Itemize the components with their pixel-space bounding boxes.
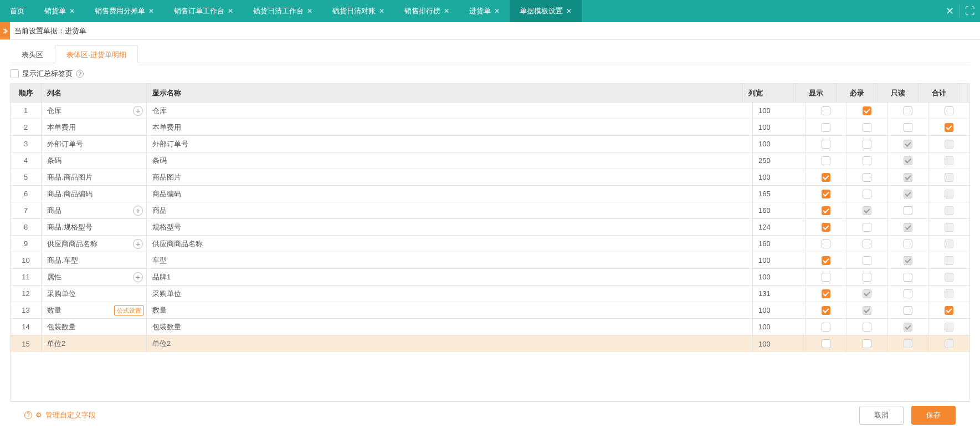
cell-display-name[interactable]: 车型 [147, 252, 753, 268]
close-all-tabs-button[interactable]: ✕ [940, 0, 960, 22]
cell-display-name[interactable]: 外部订单号 [147, 136, 753, 152]
table-row[interactable]: 9供应商商品名称+供应商商品名称160 [11, 236, 969, 252]
add-child-button[interactable]: + [133, 106, 143, 116]
cell-display-name[interactable]: 单位2 [147, 335, 753, 352]
cell-display-name[interactable]: 本单费用 [147, 119, 753, 135]
show-checkbox[interactable] [822, 106, 830, 115]
required-checkbox[interactable] [863, 106, 871, 115]
cell-display-name[interactable]: 条码 [147, 152, 753, 169]
show-checkbox[interactable] [822, 190, 830, 198]
tab-2[interactable]: 销售费用分摊单✕ [85, 0, 164, 22]
table-row[interactable]: 5商品.商品图片商品图片100 [11, 169, 969, 186]
cell-display-name[interactable]: 商品编码 [147, 186, 753, 202]
required-checkbox[interactable] [863, 156, 871, 165]
tab-8[interactable]: 单据模板设置✕ [510, 0, 582, 22]
tab-4[interactable]: 钱货日清工作台✕ [243, 0, 322, 22]
required-checkbox[interactable] [863, 273, 871, 282]
table-row[interactable]: 10商品.车型车型100 [11, 252, 969, 269]
close-icon[interactable]: ✕ [148, 7, 154, 15]
fullscreen-button[interactable]: ⛶ [960, 0, 980, 22]
cell-width[interactable]: 100 [753, 269, 805, 285]
cell-display-name[interactable]: 商品图片 [147, 169, 753, 185]
table-row[interactable]: 11属性+品牌1100 [11, 269, 969, 286]
show-checkbox[interactable] [822, 173, 830, 182]
cell-width[interactable]: 100 [753, 136, 805, 152]
table-row[interactable]: 12采购单位采购单位131 [11, 286, 969, 302]
required-checkbox[interactable] [863, 173, 871, 182]
cell-width[interactable]: 100 [753, 119, 805, 135]
show-summary-tab-checkbox[interactable] [10, 69, 19, 78]
collapse-sidebar-button[interactable] [0, 22, 10, 39]
close-icon[interactable]: ✕ [228, 7, 233, 15]
cell-width[interactable]: 100 [753, 252, 805, 268]
add-child-button[interactable]: + [133, 206, 143, 216]
show-checkbox[interactable] [822, 289, 830, 298]
readonly-checkbox[interactable] [904, 123, 912, 132]
cell-width[interactable]: 100 [753, 335, 805, 352]
show-checkbox[interactable] [822, 339, 830, 348]
required-checkbox[interactable] [863, 123, 871, 132]
required-checkbox[interactable] [863, 339, 871, 348]
table-row[interactable]: 13数量公式设置数量100 [11, 302, 969, 319]
subtab-1[interactable]: 表体区-进货单明细 [55, 45, 138, 63]
add-child-button[interactable]: + [133, 272, 143, 282]
cell-width[interactable]: 100 [753, 302, 805, 318]
add-child-button[interactable]: + [133, 239, 143, 249]
required-checkbox[interactable] [863, 256, 871, 265]
cell-display-name[interactable]: 包装数量 [147, 319, 753, 335]
show-checkbox[interactable] [822, 240, 830, 248]
table-row[interactable]: 15单位2单位2100 [11, 335, 969, 352]
sum-checkbox[interactable] [945, 123, 953, 132]
sum-checkbox[interactable] [945, 306, 953, 315]
table-row[interactable]: 8商品.规格型号规格型号124 [11, 219, 969, 236]
cell-display-name[interactable]: 仓库 [147, 103, 753, 119]
close-icon[interactable]: ✕ [307, 7, 312, 15]
close-icon[interactable]: ✕ [444, 7, 449, 15]
manage-custom-fields-link[interactable]: 管理自定义字段 [45, 410, 96, 420]
readonly-checkbox[interactable] [904, 273, 912, 282]
show-checkbox[interactable] [822, 123, 830, 132]
readonly-checkbox[interactable] [904, 106, 912, 115]
save-button[interactable]: 保存 [911, 406, 956, 425]
cell-width[interactable]: 160 [753, 236, 805, 252]
cell-display-name[interactable]: 品牌1 [147, 269, 753, 285]
readonly-checkbox[interactable] [904, 240, 912, 248]
tab-5[interactable]: 钱货日清对账✕ [322, 0, 394, 22]
show-checkbox[interactable] [822, 140, 830, 149]
readonly-checkbox[interactable] [904, 306, 912, 315]
cell-width[interactable]: 160 [753, 202, 805, 218]
close-icon[interactable]: ✕ [566, 7, 572, 15]
close-icon[interactable]: ✕ [379, 7, 384, 15]
required-checkbox[interactable] [863, 323, 871, 332]
tab-6[interactable]: 销售排行榜✕ [394, 0, 459, 22]
show-checkbox[interactable] [822, 323, 830, 332]
cell-width[interactable]: 250 [753, 152, 805, 169]
show-checkbox[interactable] [822, 273, 830, 282]
cell-width[interactable]: 100 [753, 169, 805, 185]
close-icon[interactable]: ✕ [494, 7, 500, 15]
tab-3[interactable]: 销售订单工作台✕ [164, 0, 243, 22]
close-icon[interactable]: ✕ [69, 7, 75, 15]
show-checkbox[interactable] [822, 206, 830, 215]
table-row[interactable]: 3外部订单号外部订单号100 [11, 136, 969, 152]
help-icon[interactable]: ? [76, 70, 84, 78]
tab-0[interactable]: 首页 [0, 0, 34, 22]
cell-display-name[interactable]: 采购单位 [147, 286, 753, 302]
subtab-0[interactable]: 表头区 [10, 45, 55, 63]
required-checkbox[interactable] [863, 240, 871, 248]
cell-width[interactable]: 131 [753, 286, 805, 302]
cancel-button[interactable]: 取消 [859, 406, 904, 425]
table-row[interactable]: 14包装数量包装数量100 [11, 319, 969, 335]
sum-checkbox[interactable] [945, 106, 953, 115]
show-checkbox[interactable] [822, 306, 830, 315]
help-icon[interactable]: ? [24, 411, 32, 419]
cell-display-name[interactable]: 数量 [147, 302, 753, 318]
table-row[interactable]: 7商品+商品160 [11, 202, 969, 219]
show-checkbox[interactable] [822, 156, 830, 165]
table-row[interactable]: 6商品.商品编码商品编码165 [11, 186, 969, 202]
table-row[interactable]: 2本单费用本单费用100 [11, 119, 969, 136]
cell-width[interactable]: 100 [753, 319, 805, 335]
show-checkbox[interactable] [822, 223, 830, 232]
table-row[interactable]: 1仓库+仓库100 [11, 103, 969, 119]
cell-width[interactable]: 100 [753, 103, 805, 119]
